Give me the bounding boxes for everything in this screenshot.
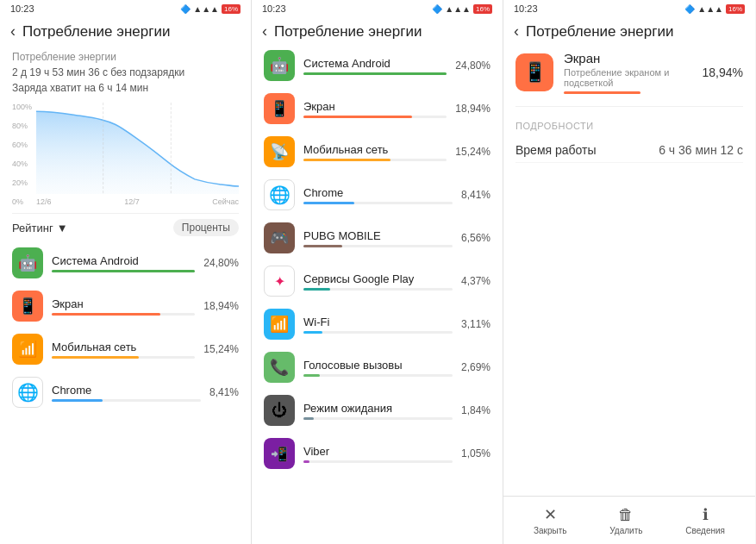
app-info: Система Android (303, 57, 447, 75)
bluetooth-icon: 🔷 (180, 4, 191, 14)
app-info: Мобильная сеть (52, 341, 195, 359)
app-info: Viber (303, 445, 453, 463)
list-item[interactable]: ✦ Сервисы Google Play 4,37% (264, 259, 490, 303)
app-info: Голосовые вызовы (303, 359, 453, 377)
app-name: Wi-Fi (303, 316, 453, 328)
signal-icon-3: ▲▲▲ (697, 4, 723, 14)
app-icon-viber: 📲 (264, 438, 295, 469)
app-percent: 24,80% (455, 59, 490, 72)
top-bar-3: ‹ Потребление энергии (503, 17, 755, 44)
divider-1 (12, 213, 239, 214)
app-name: Сервисы Google Play (303, 272, 453, 285)
app-name: PUBG MOBILE (303, 229, 453, 242)
app-detail-name: Экран (564, 51, 692, 66)
app-info: Chrome (52, 384, 201, 402)
app-bar-container (52, 356, 195, 359)
list-item[interactable]: 🌐 Chrome 8,41% (264, 173, 490, 216)
app-info: Wi-Fi (303, 316, 453, 334)
top-bar-2: ‹ Потребление энергии (252, 17, 503, 44)
list-item[interactable]: 📱 Экран 18,94% (12, 285, 239, 328)
app-name: Система Android (52, 254, 195, 267)
app-list-2: 🤖 Система Android 24,80% 📱 Экран 18,94% … (264, 44, 490, 475)
app-percent: 15,24% (455, 146, 490, 158)
app-detail-info: Экран Потребление экраном и подсветкой (564, 51, 692, 94)
list-item[interactable]: 📶 Wi-Fi 3,11% (264, 303, 490, 346)
battery-info: 2 д 19 ч 53 мин 36 с без подзарядки Заря… (12, 65, 239, 96)
list-item[interactable]: 🌐 Chrome 8,41% (12, 371, 239, 414)
list-item[interactable]: 📲 Viber 1,05% (264, 432, 490, 475)
delete-label: Удалить (609, 526, 642, 535)
battery-badge-3: 16% (726, 4, 745, 14)
signal-icon: ▲▲▲ (193, 4, 219, 14)
app-percent: 2,69% (461, 361, 490, 373)
list-item[interactable]: 📡 Мобильная сеть 15,24% (264, 130, 490, 173)
app-bar-container (52, 399, 201, 402)
app-name: Chrome (52, 384, 201, 397)
app-icon-mobile: 📡 (264, 136, 295, 167)
info-button[interactable]: ℹ Сведения (685, 505, 725, 535)
rating-label: Рейтинг ▼ (12, 222, 68, 234)
time-2: 10:23 (262, 3, 286, 14)
app-percent: 24,80% (203, 257, 239, 269)
app-percent: 1,05% (461, 447, 490, 460)
app-name: Chrome (303, 186, 453, 199)
status-icons-2: 🔷 ▲▲▲ 16% (432, 4, 492, 14)
app-name: Система Android (303, 57, 447, 70)
app-icon-screen: 📱 (264, 93, 295, 124)
app-icon-mobile: 📶 (12, 334, 43, 365)
page-title-3: Потребление энергии (526, 23, 673, 41)
list-item[interactable]: 📱 Экран 18,94% (264, 87, 490, 130)
signal-icon-2: ▲▲▲ (445, 4, 471, 14)
close-label: Закрыть (534, 526, 567, 535)
app-icon-chrome: 🌐 (264, 179, 295, 210)
delete-button[interactable]: 🗑 Удалить (609, 506, 642, 535)
app-percent: 15,24% (203, 343, 239, 355)
info-label: Сведения (685, 526, 725, 535)
close-button[interactable]: ✕ Закрыть (534, 505, 567, 535)
app-name: Мобильная сеть (52, 341, 195, 353)
panel-1: 10:23 🔷 ▲▲▲ 16% ‹ Потребление энергии По… (0, 0, 252, 544)
chart-svg (36, 103, 239, 194)
list-item[interactable]: 📞 Голосовые вызовы 2,69% (264, 346, 490, 389)
list-item[interactable]: 📶 Мобильная сеть 15,24% (12, 328, 239, 371)
app-info: Экран (303, 100, 447, 118)
rating-row: Рейтинг ▼ Проценты (12, 219, 239, 236)
list-item[interactable]: 🤖 Система Android 24,80% (264, 44, 490, 87)
app-detail-sub: Потребление экраном и подсветкой (564, 67, 692, 88)
app-detail-bar (564, 91, 640, 94)
status-icons-3: 🔷 ▲▲▲ 16% (684, 4, 745, 14)
app-detail-header: 📱 Экран Потребление экраном и подсветкой… (515, 44, 743, 101)
app-icon-sleep: ⏻ (264, 395, 295, 426)
time-3: 10:23 (514, 3, 538, 14)
panel-2: 10:23 🔷 ▲▲▲ 16% ‹ Потребление энергии 🤖 … (252, 0, 503, 544)
app-list-1: 🤖 Система Android 24,80% 📱 Экран 1 (12, 241, 239, 414)
panel3-scroll: 📱 Экран Потребление экраном и подсветкой… (503, 44, 755, 496)
list-item[interactable]: 🎮 PUBG MOBILE 6,56% (264, 216, 490, 259)
detail-row: Время работы 6 ч 36 мин 12 с (515, 138, 743, 163)
section-label-1: Потребление энергии (12, 51, 239, 63)
app-info: Система Android (52, 254, 195, 272)
app-icon-android: 🤖 (264, 50, 295, 81)
bottom-bar: ✕ Закрыть 🗑 Удалить ℹ Сведения (503, 496, 755, 544)
app-percent: 3,11% (461, 318, 490, 330)
divider-3 (515, 106, 743, 107)
app-percent: 18,94% (455, 103, 490, 115)
chart-x-labels: 12/6 12/7 Сейчас (36, 197, 239, 206)
back-arrow-3[interactable]: ‹ (514, 22, 519, 41)
app-detail-percent: 18,94% (703, 66, 743, 79)
app-percent: 8,41% (461, 189, 490, 201)
app-name: Мобильная сеть (303, 143, 447, 156)
app-bar (52, 313, 160, 316)
bluetooth-icon-3: 🔷 (684, 4, 695, 14)
info-icon: ℹ (703, 505, 709, 524)
back-arrow-1[interactable]: ‹ (10, 22, 16, 41)
battery-badge-2: 16% (473, 4, 492, 14)
list-item[interactable]: 🤖 Система Android 24,80% (12, 241, 239, 285)
status-bar-3: 10:23 🔷 ▲▲▲ 16% (503, 0, 755, 17)
app-name: Голосовые вызовы (303, 359, 453, 372)
percentages-button[interactable]: Проценты (173, 219, 239, 236)
back-arrow-2[interactable]: ‹ (262, 22, 267, 41)
list-item[interactable]: ⏻ Режим ожидания 1,84% (264, 389, 490, 432)
detail-value: 6 ч 36 мин 12 с (659, 143, 743, 157)
app-info: Сервисы Google Play (303, 272, 453, 291)
